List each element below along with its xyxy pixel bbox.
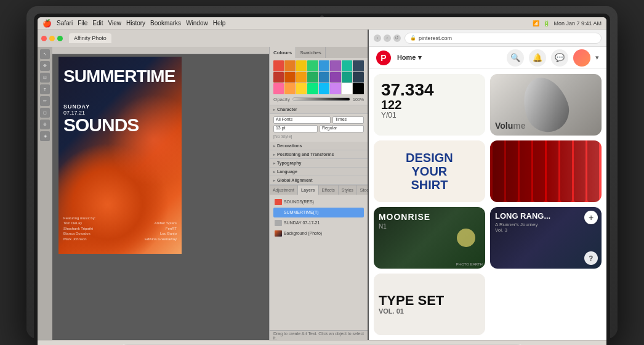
color-swatch[interactable] (330, 60, 341, 71)
pinterest-logo[interactable]: P (376, 51, 391, 65)
language-label: Language (277, 169, 297, 174)
text-tool[interactable]: T (40, 84, 50, 94)
color-swatch[interactable] (284, 72, 296, 83)
panel-tabs: Colours Swatches (270, 47, 368, 58)
zoom-tool[interactable]: ⊕ (40, 120, 50, 129)
maximize-button[interactable] (57, 36, 63, 41)
close-button[interactable] (41, 36, 47, 41)
layer-item[interactable]: SUNDAY 07-17-21 (273, 218, 364, 228)
pin-save-button[interactable]: + (584, 211, 598, 224)
pinterest-grid[interactable]: 37.334 122 Y/01 Volume (369, 69, 606, 340)
layer-item-selected[interactable]: SUMMERTIME(T) (273, 208, 364, 217)
menu-window[interactable]: Window (186, 20, 208, 26)
fill-tool[interactable]: ◈ (40, 131, 50, 141)
styles-tab[interactable]: Styles (339, 185, 357, 195)
decorations-section[interactable]: ▸ Decorations (270, 142, 368, 150)
panel-tab-colours[interactable]: Colours (270, 47, 296, 58)
menu-safari[interactable]: Safari (57, 20, 73, 26)
color-swatch[interactable] (273, 60, 284, 71)
pinterest-home-nav[interactable]: Home ▾ (397, 54, 422, 62)
crop-tool[interactable]: ⊡ (40, 73, 50, 83)
menu-help[interactable]: Help (213, 20, 226, 26)
font-weight-input[interactable]: Regular (320, 125, 364, 132)
color-swatch[interactable] (319, 72, 330, 83)
pin-moonrise-content: MOONRISE N1 PHOTO EARTH (374, 207, 485, 269)
color-swatch[interactable] (296, 60, 307, 71)
color-swatch[interactable] (353, 60, 364, 71)
panel-tab-swatches[interactable]: Swatches (296, 47, 326, 58)
canvas-area[interactable]: SUMMERTIME SUNDAY 07.17.21 SOUNDS Featur… (52, 47, 269, 340)
color-swatch[interactable] (330, 83, 341, 94)
color-swatch[interactable] (319, 60, 330, 71)
screen-bezel: 🍎 Safari File Edit View History Bookmark… (34, 14, 610, 345)
font-style-input[interactable]: Times (332, 116, 364, 124)
color-swatch[interactable] (342, 60, 353, 71)
font-family-input[interactable]: All Fonts (273, 116, 331, 124)
adjustment-tab[interactable]: Adjustment (270, 185, 298, 195)
traffic-lights (41, 36, 63, 41)
character-section[interactable]: ▸ Character (270, 105, 368, 114)
positioning-arrow-icon: ▸ (273, 152, 275, 156)
pin-card-moonrise[interactable]: MOONRISE N1 PHOTO EARTH (374, 207, 485, 269)
color-swatch[interactable] (353, 83, 364, 94)
pin-card-numbers[interactable]: 37.334 122 Y/01 (374, 74, 485, 136)
menu-file[interactable]: File (78, 20, 87, 26)
app-tab-active[interactable]: Affinity Photo (69, 33, 111, 43)
menu-history[interactable]: History (126, 20, 145, 26)
font-size-input[interactable]: 13 pt (273, 125, 318, 132)
pin-card-shirt[interactable]: DesignYourShirt (374, 140, 485, 202)
color-swatch[interactable] (273, 72, 284, 83)
minimize-button[interactable] (49, 36, 55, 41)
search-button[interactable]: 🔍 (507, 49, 524, 67)
color-swatch[interactable] (284, 83, 296, 94)
layers-tab[interactable]: Layers (298, 185, 319, 195)
stock-tab[interactable]: Stock (357, 185, 368, 195)
opacity-slider[interactable] (292, 97, 350, 101)
back-button[interactable]: ‹ (374, 34, 381, 42)
messages-button[interactable]: 💬 (551, 49, 568, 67)
pin-info-button[interactable]: ? (584, 251, 598, 265)
typography-section[interactable]: ▸ Typography (270, 159, 368, 168)
color-swatch[interactable] (307, 60, 318, 71)
color-swatch[interactable] (307, 83, 318, 94)
color-swatch[interactable] (330, 72, 341, 83)
color-swatch[interactable] (296, 83, 307, 94)
pin-card-typeset[interactable]: TYPE SET VOL. 01 (374, 274, 485, 335)
pin-card-red[interactable] (490, 140, 602, 202)
pin-card-longrange[interactable]: LONG RANG... A Runner's JourneyVol. 3 + … (490, 207, 602, 269)
apple-logo-icon[interactable]: 🍎 (42, 19, 52, 28)
positioning-section[interactable]: ▸ Positioning and Transforms (270, 150, 368, 159)
move-tool[interactable]: ✥ (40, 61, 50, 71)
layer-item[interactable]: SOUNDS(RES) (273, 197, 364, 207)
url-text: pinterest.com (419, 35, 452, 41)
color-swatch[interactable] (307, 72, 318, 83)
color-swatch[interactable] (284, 60, 296, 71)
menu-view[interactable]: View (108, 20, 121, 26)
effects-tab[interactable]: Effects (319, 185, 339, 195)
global-alignment-section[interactable]: ▸ Global Alignment (270, 176, 368, 185)
color-swatch[interactable] (342, 72, 353, 83)
chevron-icon[interactable]: ▾ (595, 54, 599, 62)
color-swatch[interactable] (273, 83, 284, 94)
shape-tool[interactable]: ◻ (40, 108, 50, 118)
global-alignment-arrow-icon: ▸ (273, 178, 275, 182)
reload-button[interactable]: ↺ (393, 34, 401, 42)
menu-edit[interactable]: Edit (92, 20, 103, 26)
cursor-tool[interactable]: ↖ (40, 49, 50, 59)
forward-button[interactable]: › (384, 34, 391, 42)
color-swatch[interactable] (353, 72, 364, 83)
canvas-inner: SUMMERTIME SUNDAY 07.17.21 SOUNDS Featur… (52, 54, 269, 340)
notifications-button[interactable]: 🔔 (529, 49, 546, 67)
pin-numbers-label: Y/01 (381, 111, 478, 120)
color-swatch[interactable] (319, 83, 330, 94)
pin-card-liquid[interactable]: Volume (490, 74, 602, 136)
menu-bookmarks[interactable]: Bookmarks (150, 20, 181, 26)
pin-liquid-content: Volume (490, 74, 602, 136)
brush-tool[interactable]: ✏ (40, 96, 50, 106)
color-swatch[interactable] (296, 72, 307, 83)
language-section[interactable]: ▸ Language (270, 168, 368, 176)
layer-item[interactable]: Background (Photo) (273, 229, 364, 238)
color-swatch[interactable] (342, 83, 353, 94)
address-bar[interactable]: 🔒 pinterest.com (405, 33, 602, 44)
user-avatar[interactable] (573, 49, 590, 67)
